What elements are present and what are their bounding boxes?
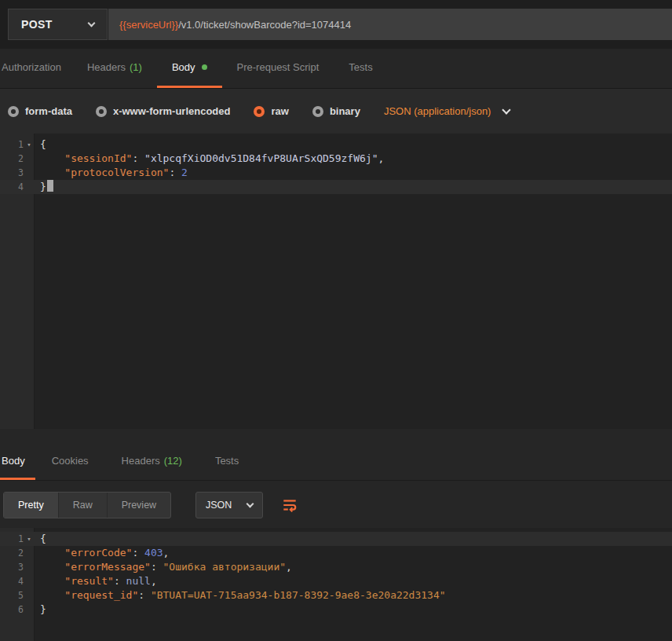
body-mode-binary[interactable]: binary — [312, 105, 360, 117]
tab-pre-request-script[interactable]: Pre-request Script — [222, 49, 334, 88]
code-lines: 1 ▾ { 2 "sessionId": "xlpcqfXiOD0dv51D84… — [0, 134, 672, 194]
tab-cookies[interactable]: Cookies — [35, 444, 105, 480]
code-text: "protocolVersion": 2 — [35, 166, 672, 180]
token-string: "xlpcqfXiOD0dv51D84fvP8UArSxQD59zfW6j" — [144, 152, 378, 164]
code-line-current: 1 ▾ { — [0, 532, 672, 546]
body-mode-raw[interactable]: raw — [254, 105, 288, 117]
request-url-bar: POST {{serviceUrl}}/v1.0/ticket/showBarc… — [0, 0, 672, 49]
radio-unselected-icon — [8, 106, 19, 117]
token-number: 403 — [144, 547, 163, 559]
gutter-cell: 4 — [0, 180, 35, 194]
token-null: null — [126, 575, 151, 587]
token-indent — [40, 547, 64, 559]
line-number: 4 — [18, 574, 24, 588]
tab-count: (1) — [130, 61, 142, 73]
code-text: "result": null, — [35, 574, 672, 588]
radio-unselected-icon — [96, 106, 107, 117]
fold-toggle-icon[interactable]: ▾ — [24, 137, 35, 152]
chevron-down-icon — [502, 105, 511, 114]
wrap-lines-button[interactable] — [276, 492, 303, 518]
method-dropdown[interactable]: POST — [8, 9, 108, 40]
radio-selected-icon — [254, 106, 265, 117]
tab-tests[interactable]: Tests — [334, 49, 387, 88]
token-key: "sessionId" — [64, 152, 132, 164]
api-client-window: POST {{serviceUrl}}/v1.0/ticket/showBarc… — [0, 0, 672, 641]
mode-label: binary — [330, 105, 360, 117]
code-text: "request_id": "BTUAT=UAT-715aa934-b187-8… — [35, 588, 672, 603]
tab-label: Headers — [122, 455, 160, 467]
line-number: 2 — [18, 152, 24, 166]
tab-label: Authorization — [2, 61, 61, 73]
token-indent — [40, 575, 64, 587]
token-separator: : — [132, 152, 144, 164]
token-separator: : — [132, 547, 144, 559]
tab-response-headers[interactable]: Headers (12) — [105, 444, 199, 480]
format-label: JSON — [206, 500, 232, 511]
tab-response-body[interactable]: Body — [0, 444, 35, 480]
green-dot-icon — [202, 64, 207, 70]
token-brace: { — [40, 138, 46, 150]
token-indent — [40, 561, 64, 573]
body-mode-x-www-form-urlencoded[interactable]: x-www-form-urlencoded — [96, 105, 231, 117]
request-body-editor[interactable]: 1 ▾ { 2 "sessionId": "xlpcqfXiOD0dv51D84… — [0, 134, 672, 429]
code-text: { — [35, 532, 672, 546]
gutter-cell: 1 ▾ — [0, 137, 35, 152]
request-tabs: Authorization Headers (1) Body Pre-reque… — [0, 49, 672, 89]
button-label: Preview — [122, 500, 156, 511]
code-line: 3 "errorMessage": "Ошибка авторизации", — [0, 560, 672, 574]
tab-label: Tests — [215, 455, 239, 467]
response-tabs: Body Cookies Headers (12) Tests — [0, 429, 672, 481]
content-type-select[interactable]: JSON (application/json) — [384, 105, 510, 117]
chevron-down-icon — [247, 500, 254, 507]
tab-label: Tests — [349, 61, 372, 73]
token-comma: , — [378, 152, 384, 164]
token-brace: } — [40, 181, 46, 192]
view-mode-segmented-control: Pretty Raw Preview — [3, 492, 171, 518]
tab-count: (12) — [164, 455, 182, 467]
view-pretty-button[interactable]: Pretty — [4, 493, 59, 518]
fold-toggle-icon[interactable]: ▾ — [24, 532, 35, 546]
token-separator: : — [169, 167, 181, 178]
tab-label: Pre-request Script — [237, 61, 320, 73]
tab-headers[interactable]: Headers (1) — [72, 49, 157, 88]
token-key: "errorCode" — [64, 547, 132, 559]
token-key: "errorMessage" — [64, 561, 151, 573]
token-string: "Ошибка авторизации" — [163, 561, 287, 573]
url-input[interactable]: {{serviceUrl}}/v1.0/ticket/showBarcode?i… — [108, 9, 672, 40]
code-line: 2 "errorCode": 403, — [0, 546, 672, 560]
method-label: POST — [21, 18, 53, 31]
token-key: "request_id" — [64, 589, 138, 601]
code-lines: 1 ▾ { 2 "errorCode": 403, 3 "errorMessag… — [0, 528, 672, 617]
token-comma: , — [151, 575, 157, 587]
tab-label: Headers — [87, 61, 126, 73]
view-raw-button[interactable]: Raw — [59, 493, 108, 518]
line-number: 4 — [18, 180, 24, 194]
token-indent — [40, 167, 64, 178]
gutter-cell: 3 — [0, 166, 35, 180]
tab-label: Body — [172, 61, 195, 73]
line-number: 3 — [18, 166, 24, 180]
tab-authorization[interactable]: Authorization — [0, 49, 72, 88]
token-key: "result" — [64, 575, 114, 587]
code-line: 1 ▾ { — [0, 137, 672, 152]
url-variable: {{serviceUrl}} — [119, 19, 178, 31]
mode-label: x-www-form-urlencoded — [113, 105, 231, 117]
tab-response-tests[interactable]: Tests — [199, 444, 255, 480]
tab-label: Cookies — [52, 455, 89, 467]
mode-label: raw — [271, 105, 288, 117]
response-format-select[interactable]: JSON — [195, 492, 263, 518]
code-line: 3 "protocolVersion": 2 — [0, 166, 672, 180]
radio-unselected-icon — [312, 106, 323, 117]
view-preview-button[interactable]: Preview — [108, 493, 170, 518]
code-text: } — [35, 180, 672, 194]
token-brace: } — [40, 603, 46, 615]
token-comma: , — [286, 561, 292, 573]
code-text: { — [35, 137, 672, 152]
body-mode-form-data[interactable]: form-data — [8, 105, 72, 117]
line-number: 6 — [18, 603, 24, 617]
token-string: "BTUAT=UAT-715aa934-b187-8392-9ae8-3e20a… — [151, 589, 446, 601]
tab-body[interactable]: Body — [157, 49, 222, 88]
token-separator: : — [138, 589, 151, 601]
code-line: 6 } — [0, 603, 672, 617]
token-comma: , — [163, 547, 170, 559]
